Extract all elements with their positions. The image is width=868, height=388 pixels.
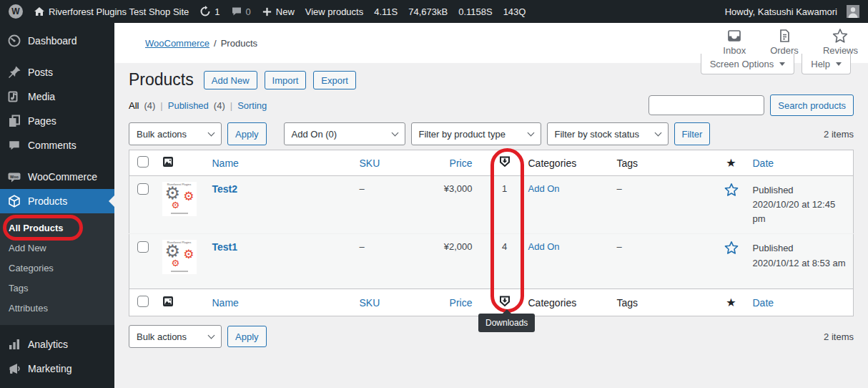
category-link[interactable]: Add On xyxy=(528,183,560,194)
comment-bubble-icon xyxy=(231,6,242,17)
publish-date: 2020/10/12 at 8:53 am xyxy=(753,256,847,271)
sort-sku-header[interactable]: SKU xyxy=(360,297,380,309)
row-checkbox[interactable] xyxy=(137,241,149,253)
view-all[interactable]: All xyxy=(129,100,139,111)
image-column-icon xyxy=(162,296,174,307)
submenu-add-new[interactable]: Add New xyxy=(0,238,114,258)
chevron-down-icon xyxy=(779,62,785,66)
bulk-actions-select-bottom[interactable]: Bulk actions xyxy=(129,325,222,348)
new-menu[interactable]: New xyxy=(262,6,295,17)
downloads-column-icon[interactable] xyxy=(499,156,511,168)
tags-header: Tags xyxy=(617,297,638,309)
product-type-filter-select[interactable]: Filter by product type xyxy=(411,122,541,145)
gear-icon: ⚙ xyxy=(183,248,194,261)
site-link[interactable]: Riverforest Plugins Test Shop Site xyxy=(34,6,189,17)
export-button[interactable]: Export xyxy=(313,71,356,89)
downloads-value: 1 xyxy=(502,183,507,194)
sku-value: – xyxy=(360,183,365,194)
view-products-link[interactable]: View products xyxy=(305,6,363,17)
view-sorting[interactable]: Sorting xyxy=(237,100,267,111)
stat-load-time: 4.11S xyxy=(374,6,398,17)
items-count: 2 items xyxy=(824,129,854,140)
sidebar-item-media[interactable]: Media xyxy=(0,84,114,109)
orders-icon xyxy=(776,28,792,44)
sidebar-item-woocommerce[interactable]: Woo WooCommerce xyxy=(0,165,114,189)
help-tab[interactable]: Help xyxy=(802,54,851,74)
add-new-button[interactable]: Add New xyxy=(204,71,257,89)
products-submenu: All Products Add New Categories Tags Att… xyxy=(0,213,114,325)
wordpress-menu[interactable] xyxy=(9,4,23,19)
activity-inbox[interactable]: Inbox xyxy=(723,28,746,56)
category-link[interactable]: Add On xyxy=(528,241,560,252)
sort-name-header[interactable]: Name xyxy=(212,157,239,169)
home-icon xyxy=(34,6,45,17)
chevron-down-icon xyxy=(527,129,534,136)
product-thumbnail[interactable]: Riverforest Plugins ⚙ ⚙ ⚙ xyxy=(162,240,197,274)
activity-orders[interactable]: Orders xyxy=(770,28,799,56)
menu-separator xyxy=(0,325,114,332)
stock-status-filter-select[interactable]: Filter by stock status xyxy=(547,122,669,145)
row-checkbox[interactable] xyxy=(137,183,149,195)
select-all-checkbox[interactable] xyxy=(137,156,149,168)
import-button[interactable]: Import xyxy=(265,71,307,89)
howdy-menu[interactable]: Howdy, Katsushi Kawamori xyxy=(725,5,859,18)
view-published-count: (4) xyxy=(214,100,225,111)
select-all-checkbox[interactable] xyxy=(137,296,149,307)
price-value: ¥3,000 xyxy=(444,183,473,194)
apply-button-bottom[interactable]: Apply xyxy=(227,326,267,347)
activity-reviews[interactable]: Reviews xyxy=(823,28,858,56)
sort-date-header[interactable]: Date xyxy=(753,157,774,169)
categories-header: Categories xyxy=(528,297,577,309)
sidebar-item-pages[interactable]: Pages xyxy=(0,109,114,133)
updates-link[interactable]: 1 xyxy=(199,6,220,17)
screen-meta-links: Screen Options Help xyxy=(701,54,851,74)
table-header-row: Name SKU Price Categories Tags ★ Date xyxy=(129,150,854,176)
featured-star-toggle[interactable] xyxy=(724,183,739,197)
submenu-attributes[interactable]: Attributes xyxy=(0,298,114,318)
pin-icon xyxy=(7,65,21,79)
chevron-down-icon xyxy=(391,129,398,136)
product-thumbnail[interactable]: Riverforest Plugins ⚙ ⚙ ⚙ xyxy=(162,182,197,216)
filter-toolbar: Bulk actions Apply Add On (0) Filter by … xyxy=(129,122,854,145)
apply-button[interactable]: Apply xyxy=(227,122,267,145)
search-input[interactable] xyxy=(648,95,764,115)
sort-date-header[interactable]: Date xyxy=(753,297,774,309)
view-published[interactable]: Published xyxy=(168,100,209,111)
submenu-categories[interactable]: Categories xyxy=(0,258,114,278)
view-all-count: (4) xyxy=(144,100,155,111)
downloads-value: 4 xyxy=(502,241,507,252)
product-name-link[interactable]: Test2 xyxy=(212,183,238,195)
breadcrumb-woocommerce-link[interactable]: WooCommerce xyxy=(145,38,209,49)
bulk-actions-select[interactable]: Bulk actions xyxy=(129,122,222,145)
sidebar-item-analytics[interactable]: Analytics xyxy=(0,332,114,357)
items-count-bottom: 2 items xyxy=(824,331,854,342)
screen-options-tab[interactable]: Screen Options xyxy=(701,54,795,74)
sidebar-item-marketing[interactable]: Marketing xyxy=(0,357,114,381)
sort-name-header[interactable]: Name xyxy=(212,297,239,309)
svg-text:Woo: Woo xyxy=(10,175,19,179)
comments-link[interactable]: 0 xyxy=(231,6,251,17)
filter-controls: Bulk actions Apply Add On (0) Filter by … xyxy=(129,122,710,145)
view-filters: All (4) | Published (4) | Sorting xyxy=(129,100,267,111)
sidebar-item-comments[interactable]: Comments xyxy=(0,133,114,157)
filter-button[interactable]: Filter xyxy=(674,122,711,145)
sort-price-header[interactable]: Price xyxy=(450,157,473,169)
woocommerce-icon: Woo xyxy=(7,170,21,184)
submenu-tags[interactable]: Tags xyxy=(0,278,114,298)
addon-filter-select[interactable]: Add On (0) xyxy=(284,122,405,145)
featured-star-toggle[interactable] xyxy=(724,241,739,255)
breadcrumb: WooCommerce / Products xyxy=(145,23,257,63)
product-name-link[interactable]: Test1 xyxy=(212,241,238,253)
submenu-all-products[interactable]: All Products xyxy=(0,218,114,238)
site-name: Riverforest Plugins Test Shop Site xyxy=(49,6,189,17)
sort-price-header[interactable]: Price xyxy=(450,297,473,309)
sidebar-item-dashboard[interactable]: Dashboard xyxy=(0,29,114,53)
thumb-caption-bar xyxy=(171,271,188,272)
menu-separator xyxy=(0,381,114,388)
publish-status: Published xyxy=(753,183,847,198)
sort-sku-header[interactable]: SKU xyxy=(360,157,380,169)
sidebar-item-posts[interactable]: Posts xyxy=(0,60,114,84)
search-products-button[interactable]: Search products xyxy=(770,94,854,116)
sidebar-item-products[interactable]: Products xyxy=(0,189,114,213)
admin-bar: Riverforest Plugins Test Shop Site 1 0 N… xyxy=(0,0,868,23)
